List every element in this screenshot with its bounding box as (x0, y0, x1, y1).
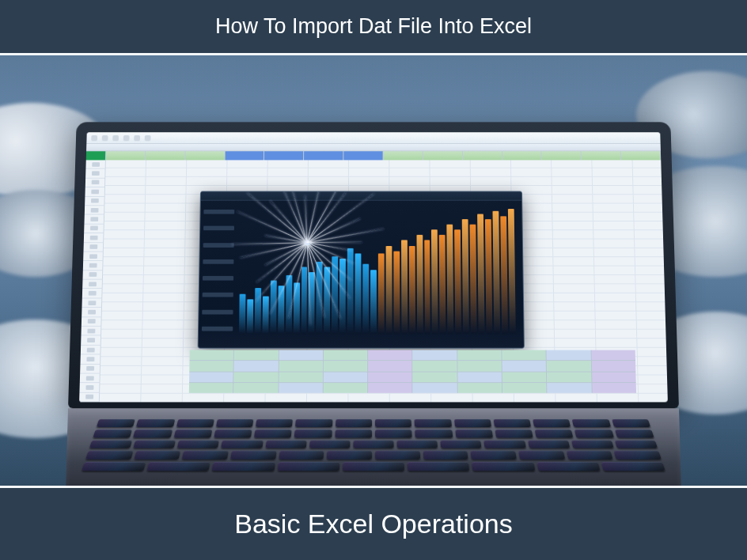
chart-plot-area (236, 201, 519, 340)
page-title: How To Import Dat File Into Excel (215, 14, 532, 38)
embedded-chart (198, 191, 525, 349)
starburst-overlay (307, 242, 308, 243)
hero-illustration (0, 55, 747, 486)
app-toolbar (86, 144, 661, 151)
laptop-screen-bezel (68, 122, 679, 408)
chart-y-labels (199, 201, 238, 340)
footer-title: Basic Excel Operations (234, 509, 513, 539)
column-headers (86, 151, 662, 160)
footer-banner: Basic Excel Operations (0, 488, 747, 560)
app-ribbon (86, 132, 660, 144)
colored-data-block (189, 350, 636, 393)
spreadsheet-screen (79, 132, 668, 402)
keyboard (82, 419, 665, 471)
chart-bars (236, 201, 519, 340)
laptop-keyboard-deck (65, 408, 682, 486)
laptop-illustration (65, 122, 682, 486)
header-banner: How To Import Dat File Into Excel (0, 0, 747, 53)
